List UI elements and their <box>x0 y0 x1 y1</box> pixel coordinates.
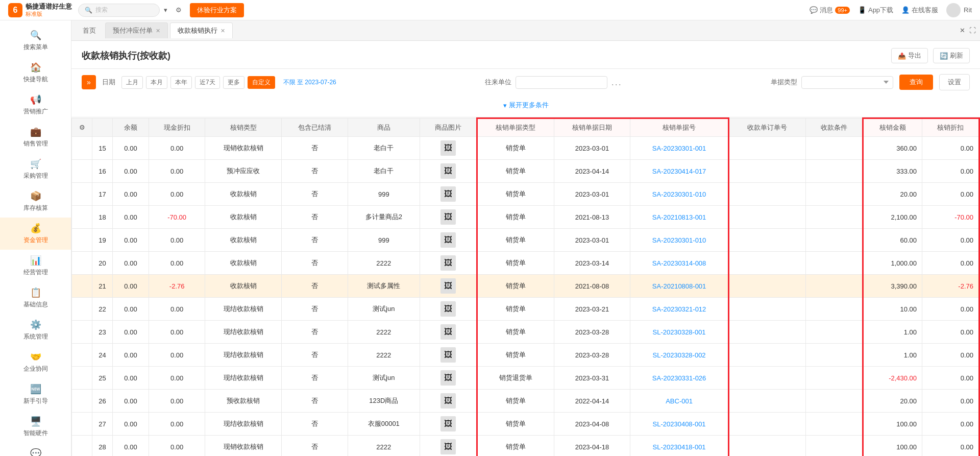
main-layout: 🔍 搜索菜单 🏠 快捷导航 📢 营销推广 💼 销售管理 🛒 采购管理 📦 库存核… <box>0 20 980 456</box>
cell-goods-image: 🖼 <box>420 298 477 321</box>
tab-bar-actions: ✕ ⛶ <box>960 27 976 34</box>
goods-image: 🖼 <box>440 163 456 179</box>
cell-cancel-discount: 0.00 <box>922 367 979 390</box>
expand-more[interactable]: ▾ 展开更多条件 <box>82 99 970 112</box>
sidebar: 🔍 搜索菜单 🏠 快捷导航 📢 营销推广 💼 销售管理 🛒 采购管理 📦 库存核… <box>0 20 71 456</box>
cell-cancel-number: SA-20230314-008 <box>630 252 729 275</box>
cell-cancel-date: 2023-04-14 <box>554 160 630 183</box>
cell-settings <box>72 413 92 436</box>
tab-receivable-close[interactable]: ✕ <box>220 28 225 34</box>
cell-cancel-type: 现结收款核销 <box>205 321 282 344</box>
date-custom[interactable]: 自定义 <box>248 76 275 89</box>
cell-cancel-discount: 0.00 <box>922 183 979 206</box>
cancel-number-link[interactable]: SA-20230331-026 <box>652 374 706 382</box>
cell-included-settled: 否 <box>281 206 348 229</box>
sidebar-item-basic[interactable]: 📋 基础信息 <box>0 282 71 314</box>
col-cancel-type: 核销类型 <box>205 118 282 137</box>
filter-toggle[interactable]: » <box>82 75 96 89</box>
sidebar-item-inventory[interactable]: 📦 库存核算 <box>0 185 71 218</box>
cancel-number-link[interactable]: SL-20230418-001 <box>653 443 706 451</box>
main-content: 首页 预付冲应付单 ✕ 收款核销执行 ✕ ✕ ⛶ 收款核销执行(按收款) 📤 导… <box>71 20 980 456</box>
cell-receipt-condition <box>806 344 863 367</box>
cell-num: 22 <box>92 298 113 321</box>
app-download[interactable]: 📱 App下载 <box>858 6 893 15</box>
window-close-icon[interactable]: ✕ <box>960 27 965 34</box>
date-7days[interactable]: 近7天 <box>195 76 220 89</box>
date-more[interactable]: 更多 <box>223 76 244 89</box>
cell-cancel-date: 2023-04-08 <box>554 413 630 436</box>
cancel-number-link[interactable]: SL-20230408-001 <box>653 420 706 428</box>
cancel-number-link[interactable]: SA-20230321-012 <box>652 305 706 313</box>
col-num <box>92 118 113 137</box>
top-search[interactable]: 🔍 搜索 <box>78 4 160 17</box>
table-container[interactable]: ⚙ 余额 现金折扣 核销类型 包含已结清 商品 商品图片 核销单据类型 核销单据… <box>71 117 980 456</box>
cell-cancel-number: SA-20230321-012 <box>630 298 729 321</box>
partner-input[interactable] <box>516 76 607 89</box>
sidebar-item-search-menu[interactable]: 🔍 搜索菜单 <box>0 25 71 57</box>
window-maximize-icon[interactable]: ⛶ <box>969 27 976 34</box>
sidebar-item-guide[interactable]: 🆕 新手引导 <box>0 378 71 411</box>
settings-gear-icon[interactable]: ⚙ <box>172 3 186 17</box>
cell-balance: 0.00 <box>113 206 149 229</box>
col-settings[interactable]: ⚙ <box>72 118 92 137</box>
cell-goods: 老白干 <box>348 160 420 183</box>
cancel-number-link[interactable]: SL-20230328-001 <box>653 328 706 336</box>
tab-receivable[interactable]: 收款核销执行 ✕ <box>170 22 233 38</box>
sidebar-item-purchase[interactable]: 🛒 采购管理 <box>0 153 71 185</box>
cell-cash-discount: 0.00 <box>149 367 205 390</box>
sidebar-item-quick-nav[interactable]: 🏠 快捷导航 <box>0 57 71 89</box>
sidebar-item-enterprise[interactable]: 🤝 企业协同 <box>0 346 71 378</box>
cell-cash-discount: 0.00 <box>149 183 205 206</box>
cell-balance: 0.00 <box>113 344 149 367</box>
cell-cancel-date: 2022-04-14 <box>554 390 630 413</box>
user-info[interactable]: Rit <box>946 3 972 17</box>
cancel-number-link[interactable]: ABC-001 <box>666 397 693 405</box>
cancel-number-link[interactable]: SA-20210813-001 <box>652 213 706 221</box>
date-this-year[interactable]: 本年 <box>170 76 192 89</box>
cancel-number-link[interactable]: SA-20230414-017 <box>652 167 706 175</box>
sidebar-item-system[interactable]: ⚙️ 系统管理 <box>0 314 71 346</box>
export-button[interactable]: 📤 导出 <box>891 48 928 63</box>
cancel-number-link[interactable]: SA-20210808-001 <box>652 282 706 290</box>
industry-btn[interactable]: 休验行业方案 <box>190 3 244 17</box>
phone-icon: 📱 <box>858 6 866 14</box>
online-service[interactable]: 👤 在线客服 <box>901 6 938 15</box>
refresh-button[interactable]: 🔄 刷新 <box>933 48 970 63</box>
cell-cancel-voucher-type: 销货单 <box>477 413 554 436</box>
messages[interactable]: 💬 消息 99+ <box>810 6 850 15</box>
cell-goods-image: 🖼 <box>420 390 477 413</box>
date-last-month[interactable]: 上月 <box>121 76 143 89</box>
sidebar-item-operation[interactable]: 📊 经营管理 <box>0 250 71 282</box>
cell-cancel-discount: 0.00 <box>922 413 979 436</box>
cell-cancel-voucher-type: 销货退货单 <box>477 367 554 390</box>
basic-icon: 📋 <box>30 287 41 298</box>
sidebar-item-wechat[interactable]: 💬 企业微信 <box>0 443 71 456</box>
sidebar-item-finance[interactable]: 💰 资金管理 <box>0 218 71 250</box>
cancel-number-link[interactable]: SA-20230301-001 <box>652 145 706 152</box>
top-dropdown[interactable]: ▾ <box>164 6 167 14</box>
cell-cancel-amount: -2,430.00 <box>863 367 922 390</box>
cell-included-settled: 否 <box>281 183 348 206</box>
cell-cash-discount: 0.00 <box>149 160 205 183</box>
cell-goods-image: 🖼 <box>420 183 477 206</box>
voucher-type-select[interactable] <box>801 76 893 89</box>
date-this-month[interactable]: 本月 <box>146 76 167 89</box>
cell-cash-discount: -70.00 <box>149 206 205 229</box>
cancel-number-link[interactable]: SA-20230301-010 <box>652 236 706 244</box>
tab-prepay[interactable]: 预付冲应付单 ✕ <box>105 22 168 38</box>
tab-prepay-close[interactable]: ✕ <box>156 28 160 34</box>
goods-image: 🖼 <box>440 140 456 156</box>
sidebar-item-marketing[interactable]: 📢 营销推广 <box>0 89 71 121</box>
cell-goods-image: 🖼 <box>420 137 477 160</box>
cell-cancel-number: SA-20230414-017 <box>630 160 729 183</box>
sidebar-item-sales[interactable]: 💼 销售管理 <box>0 121 71 153</box>
cell-receipt-condition <box>806 137 863 160</box>
query-button[interactable]: 查询 <box>899 75 933 90</box>
cancel-number-link[interactable]: SA-20230301-010 <box>652 190 706 198</box>
cancel-number-link[interactable]: SA-20230314-008 <box>652 259 706 267</box>
setting-button[interactable]: 设置 <box>939 74 970 90</box>
cancel-number-link[interactable]: SL-20230328-002 <box>653 351 706 359</box>
tab-home[interactable]: 首页 <box>76 23 103 38</box>
sidebar-item-hardware[interactable]: 🖥️ 智能硬件 <box>0 411 71 443</box>
enterprise-icon: 🤝 <box>30 351 41 363</box>
